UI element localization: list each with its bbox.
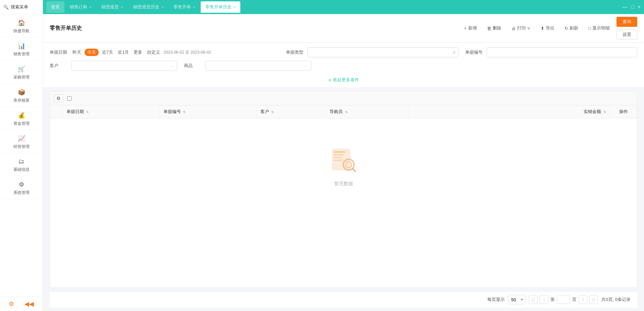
doc-no-input[interactable] <box>487 47 637 57</box>
finance-icon: 💰 <box>18 112 25 119</box>
tab-sales-return-history[interactable]: 销货退货历史 × <box>129 1 168 13</box>
doc-no-label: 单据编号 <box>465 49 484 55</box>
collapse-button[interactable]: ∧ 收起更多条件 <box>328 75 359 84</box>
close-icon[interactable]: × <box>121 5 123 9</box>
filter-row-1: 单据日期 昨天 今天 近7天 近1月 更多 自定义 2023-06-02 至 2… <box>50 47 637 57</box>
add-icon: + <box>464 26 467 31</box>
close-icon[interactable]: × <box>89 5 91 9</box>
last-page-button[interactable]: ⟩⟩ <box>589 295 598 304</box>
date-range-display: 2023-06-02 至 2023-06-02 <box>163 50 211 55</box>
collapse-sidebar-icon[interactable]: ◀◀ <box>24 300 34 308</box>
sidebar-item-label: 快捷导航 <box>13 28 30 34</box>
table-header-row: 单据日期 ⇅ 单据编号 ⇅ 客户 ⇅ <box>50 105 637 118</box>
filter-date-field: 单据日期 昨天 今天 近7天 近1月 更多 自定义 2023-06-02 至 2… <box>50 49 279 56</box>
sidebar-item-operations[interactable]: 📈 经营管理 <box>0 130 43 153</box>
sidebar-item-purchase-mgmt[interactable]: 🛒 采购管理 <box>0 61 43 84</box>
tab-home[interactable]: 首页 <box>46 1 64 13</box>
svg-rect-2 <box>334 154 344 155</box>
tab-sales-return-history-label: 销货退货历史 <box>133 4 159 10</box>
next-page-button[interactable]: ⟩ <box>579 295 587 304</box>
per-page-label: 每页显示 <box>487 297 505 303</box>
collapse-section: ∧ 收起更多条件 <box>50 74 637 84</box>
add-button[interactable]: + 新增 <box>461 23 480 33</box>
customer-input[interactable] <box>71 61 177 71</box>
yesterday-shortcut[interactable]: 昨天 <box>71 49 83 56</box>
product-input[interactable] <box>205 61 311 71</box>
page-word: 第 <box>550 297 555 303</box>
export-button[interactable]: ⬆ 导出 <box>537 23 558 33</box>
empty-row: 暂无数据 <box>50 118 637 214</box>
close-window-icon[interactable]: × <box>638 4 641 10</box>
sidebar-item-quick-nav[interactable]: 🏠 快捷导航 <box>0 14 43 38</box>
col-date[interactable]: 单据日期 ⇅ <box>62 105 159 118</box>
first-page-button[interactable]: ⟨⟨ <box>529 295 538 304</box>
sales-icon: 📊 <box>18 42 25 50</box>
page-title: 零售开单历史 <box>50 25 457 32</box>
per-page-select[interactable]: 50 10 20 100 <box>508 295 526 304</box>
gear-icon[interactable]: ⚙ <box>9 300 14 308</box>
col-customer[interactable]: 客户 ⇅ <box>256 105 326 118</box>
col-checkbox <box>50 105 62 118</box>
sort-arrows-date: ⇅ <box>86 110 89 114</box>
col-salesperson[interactable]: 导购员 ⇅ <box>326 105 409 118</box>
export-icon: ⬆ <box>541 26 544 31</box>
delete-label: 删除 <box>493 25 501 31</box>
doc-type-input[interactable] <box>307 47 458 57</box>
sidebar-item-basic-info[interactable]: 🗂 基础信息 <box>0 153 43 176</box>
sidebar-item-sales-mgmt[interactable]: 📊 销售管理 <box>0 38 43 61</box>
delete-button[interactable]: 🗑 删除 <box>484 23 505 33</box>
close-icon[interactable]: × <box>234 5 236 9</box>
refresh-button[interactable]: ↻ 刷新 <box>561 23 582 33</box>
prev-page-button[interactable]: ⟨ <box>540 295 548 304</box>
sidebar-bottom: ⚙ ◀◀ <box>0 297 43 311</box>
print-button[interactable]: 🖨 打印 ∨ <box>508 23 534 33</box>
select-all-checkbox[interactable] <box>67 96 71 101</box>
1month-shortcut[interactable]: 近1月 <box>116 49 130 56</box>
doc-type-label: 单据类型 <box>286 49 305 55</box>
page-number-input[interactable]: 1 <box>557 295 570 304</box>
svg-rect-3 <box>334 157 342 158</box>
tab-retail-history[interactable]: 零售开单历史 × <box>201 1 240 13</box>
sidebar-search-label: 搜索采单 <box>11 4 28 10</box>
table-settings-button[interactable]: ⚙ <box>54 94 63 102</box>
empty-text: 暂无数据 <box>334 181 353 187</box>
today-shortcut[interactable]: 今天 <box>85 49 99 56</box>
filter-doc-type-field: 单据类型 ∨ <box>286 47 458 57</box>
sidebar-item-system-mgmt[interactable]: ⚙ 系统管理 <box>0 176 43 199</box>
sidebar-item-inventory[interactable]: 📦 库存核算 <box>0 84 43 107</box>
svg-line-7 <box>352 168 355 171</box>
sidebar-item-label: 基础信息 <box>13 167 30 172</box>
tab-sales-order-label: 销售订单 <box>70 4 87 10</box>
settings-button[interactable]: 设置 <box>616 30 637 40</box>
operations-icon: 📈 <box>18 135 25 142</box>
tab-retail-open[interactable]: 零售开单 × <box>169 1 200 13</box>
custom-shortcut[interactable]: 自定义 <box>146 49 161 56</box>
tab-sales-order[interactable]: 销售订单 × <box>65 1 96 13</box>
sidebar-item-label: 采购管理 <box>13 74 30 80</box>
sidebar-search[interactable]: 🔍 搜索采单 <box>0 0 43 14</box>
col-customer-label: 客户 <box>260 109 269 114</box>
more-shortcut[interactable]: 更多 <box>132 49 144 56</box>
close-icon[interactable]: × <box>161 5 163 9</box>
export-label: 导出 <box>546 25 554 31</box>
tab-bar-actions: — □ × <box>622 4 641 10</box>
col-no[interactable]: 单据编号 ⇅ <box>159 105 256 118</box>
refresh-icon: ↻ <box>564 26 568 31</box>
main-area: 首页 销售订单 × 销货退货 × 销货退货历史 × 零售开单 × 零售开单历史 … <box>43 0 644 311</box>
display-detail-button[interactable]: □ 显示明细 <box>585 23 613 33</box>
7days-shortcut[interactable]: 近7天 <box>101 49 114 56</box>
sidebar-item-label: 资金管理 <box>13 121 30 126</box>
minimize-icon[interactable]: — <box>622 4 628 10</box>
filter-action-buttons: 查询 设置 <box>616 17 637 40</box>
maximize-icon[interactable]: □ <box>631 4 634 10</box>
close-icon[interactable]: × <box>193 5 195 9</box>
query-button[interactable]: 查询 <box>616 17 637 27</box>
delete-icon: 🗑 <box>487 26 491 31</box>
filter-doc-no-field: 单据编号 <box>465 47 637 57</box>
col-amount[interactable]: 实销金额 ⇅ <box>409 105 610 118</box>
sidebar-item-label: 库存核算 <box>13 98 30 103</box>
svg-rect-1 <box>334 151 345 153</box>
sidebar-item-finance[interactable]: 💰 资金管理 <box>0 107 43 130</box>
tab-sales-return[interactable]: 销货退货 × <box>97 1 128 13</box>
pagination: 每页显示 50 10 20 100 ⟨⟨ ⟨ 第 1 页 ⟩ ⟩⟩ 共0页, 0… <box>50 291 637 308</box>
